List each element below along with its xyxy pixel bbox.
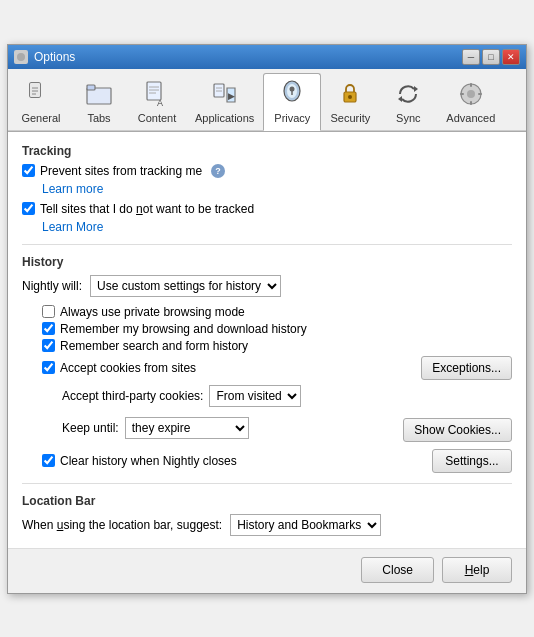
svg-text:A: A — [157, 98, 163, 108]
title-bar-left: Options — [14, 50, 75, 64]
general-icon — [25, 78, 57, 110]
always-private-row: Always use private browsing mode — [42, 305, 512, 319]
show-cookies-button[interactable]: Show Cookies... — [403, 418, 512, 442]
tracking-section: Tracking Prevent sites from tracking me … — [22, 144, 512, 234]
tab-sync[interactable]: Sync — [379, 73, 437, 130]
svg-rect-7 — [87, 85, 95, 90]
tell-sites-row: Tell sites that I do not want to be trac… — [22, 202, 512, 216]
divider-2 — [22, 483, 512, 484]
security-icon — [334, 78, 366, 110]
tab-tabs[interactable]: Tabs — [70, 73, 128, 130]
nightly-will-row: Nightly will: Remember history Never rem… — [22, 275, 512, 297]
tab-advanced-label: Advanced — [446, 112, 495, 124]
help-button[interactable]: Help — [442, 557, 512, 583]
svg-point-20 — [290, 86, 295, 91]
tab-applications[interactable]: ▶ Applications — [186, 73, 263, 130]
options-window: Options ─ □ ✕ General — [7, 44, 527, 594]
svg-rect-2 — [30, 83, 40, 97]
clear-history-row: Clear history when Nightly closes Settin… — [42, 449, 512, 473]
accept-cookies-left: Accept cookies from sites — [42, 361, 196, 375]
location-bar-label: Location Bar — [22, 494, 512, 508]
third-party-label: Accept third-party cookies: — [62, 389, 203, 403]
svg-rect-29 — [470, 101, 472, 105]
info-icon: ? — [211, 164, 225, 178]
third-party-select[interactable]: Always From visited Never — [209, 385, 301, 407]
window-icon — [14, 50, 28, 64]
svg-marker-24 — [414, 86, 418, 92]
learn-more-1-link[interactable]: Learn more — [42, 182, 512, 196]
tab-advanced[interactable]: Advanced — [437, 73, 504, 130]
title-bar: Options ─ □ ✕ — [8, 45, 526, 69]
always-private-label: Always use private browsing mode — [60, 305, 245, 319]
svg-point-0 — [17, 53, 25, 61]
svg-point-23 — [348, 95, 352, 99]
third-party-row: Accept third-party cookies: Always From … — [62, 385, 301, 407]
svg-rect-31 — [478, 93, 482, 95]
suggest-select[interactable]: History and Bookmarks History Bookmarks … — [230, 514, 381, 536]
sync-icon — [392, 78, 424, 110]
tell-sites-label: Tell sites that I do not want to be trac… — [40, 202, 254, 216]
clear-history-left: Clear history when Nightly closes — [42, 454, 237, 468]
svg-rect-28 — [470, 83, 472, 87]
tab-security[interactable]: Security — [321, 73, 379, 130]
clear-history-checkbox[interactable] — [42, 454, 55, 467]
keep-until-label: Keep until: — [62, 421, 119, 435]
advanced-icon — [455, 78, 487, 110]
tab-privacy-label: Privacy — [274, 112, 310, 124]
nightly-select[interactable]: Remember history Never remember history … — [90, 275, 281, 297]
tab-general[interactable]: General — [12, 73, 70, 130]
keep-until-select[interactable]: they expire I close Firefox ask me every… — [125, 417, 249, 439]
exceptions-button[interactable]: Exceptions... — [421, 356, 512, 380]
svg-text:▶: ▶ — [228, 91, 235, 101]
svg-marker-25 — [398, 96, 402, 102]
main-content: Tracking Prevent sites from tracking me … — [8, 131, 526, 548]
tab-general-label: General — [21, 112, 60, 124]
tab-content-label: Content — [138, 112, 177, 124]
tab-applications-label: Applications — [195, 112, 254, 124]
tab-privacy[interactable]: Privacy — [263, 73, 321, 131]
prevent-tracking-label: Prevent sites from tracking me — [40, 164, 202, 178]
maximize-button[interactable]: □ — [482, 49, 500, 65]
tab-security-label: Security — [330, 112, 370, 124]
accept-cookies-label: Accept cookies from sites — [60, 361, 196, 375]
minimize-button[interactable]: ─ — [462, 49, 480, 65]
tell-sites-checkbox[interactable] — [22, 202, 35, 215]
remember-browsing-row: Remember my browsing and download histor… — [42, 322, 512, 336]
location-suggest-row: When using the location bar, suggest: Hi… — [22, 514, 512, 536]
divider-1 — [22, 244, 512, 245]
location-bar-section: Location Bar When using the location bar… — [22, 494, 512, 536]
svg-point-27 — [467, 90, 475, 98]
tab-content[interactable]: A Content — [128, 73, 186, 130]
accept-cookies-checkbox[interactable] — [42, 361, 55, 374]
tabs-toolbar: General Tabs A Content — [8, 69, 526, 131]
content-icon: A — [141, 78, 173, 110]
svg-rect-30 — [460, 93, 464, 95]
footer: Close Help — [8, 548, 526, 593]
always-private-checkbox[interactable] — [42, 305, 55, 318]
prevent-tracking-row: Prevent sites from tracking me ? — [22, 164, 512, 178]
suggest-label: When using the location bar, suggest: — [22, 518, 222, 532]
clear-history-label: Clear history when Nightly closes — [60, 454, 237, 468]
tab-sync-label: Sync — [396, 112, 420, 124]
remember-search-row: Remember search and form history — [42, 339, 512, 353]
close-button[interactable]: Close — [361, 557, 434, 583]
remember-search-checkbox[interactable] — [42, 339, 55, 352]
keep-until-row: Keep until: they expire I close Firefox … — [62, 417, 249, 439]
tracking-section-label: Tracking — [22, 144, 512, 158]
settings-button[interactable]: Settings... — [432, 449, 512, 473]
privacy-icon — [276, 78, 308, 110]
learn-more-2-link[interactable]: Learn More — [42, 220, 512, 234]
remember-search-label: Remember search and form history — [60, 339, 248, 353]
applications-icon: ▶ — [209, 78, 241, 110]
remember-browsing-label: Remember my browsing and download histor… — [60, 322, 307, 336]
prevent-tracking-checkbox[interactable] — [22, 164, 35, 177]
tabs-icon — [83, 78, 115, 110]
nightly-will-label: Nightly will: — [22, 279, 82, 293]
remember-browsing-checkbox[interactable] — [42, 322, 55, 335]
title-buttons: ─ □ ✕ — [462, 49, 520, 65]
close-window-button[interactable]: ✕ — [502, 49, 520, 65]
history-options: Always use private browsing mode Remembe… — [42, 305, 512, 473]
history-section-label: History — [22, 255, 512, 269]
tab-tabs-label: Tabs — [87, 112, 110, 124]
accept-cookies-row: Accept cookies from sites Exceptions... — [42, 356, 512, 380]
